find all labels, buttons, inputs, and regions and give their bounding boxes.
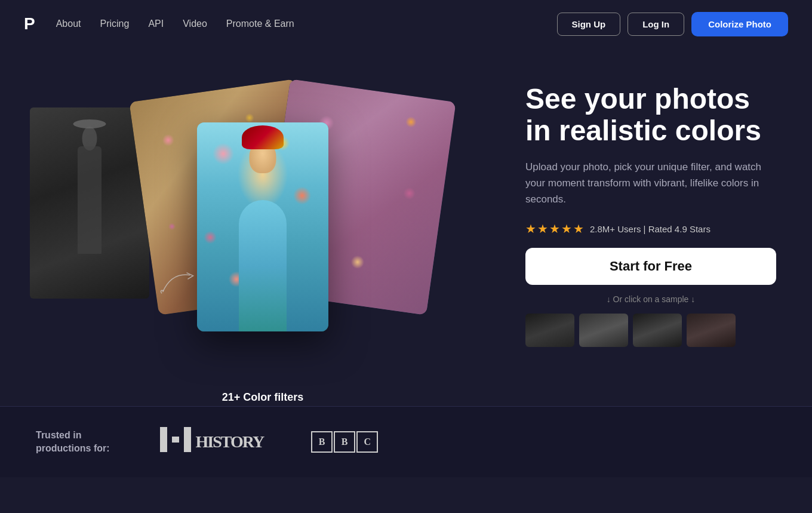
colorize-photo-button[interactable]: Colorize Photo <box>691 12 788 36</box>
svg-rect-2 <box>184 427 191 452</box>
nav-links: About Pricing API Video Promote & Earn <box>56 19 294 29</box>
photo-stack: 21+ Color filters <box>36 72 490 382</box>
trust-logos: HISTORY B B C <box>158 425 379 459</box>
hero-section: 21+ Color filters See your photosin real… <box>0 48 812 406</box>
navbar: P About Pricing API Video Promote & Earn… <box>0 0 812 48</box>
nav-link-pricing[interactable]: Pricing <box>100 19 130 29</box>
logo: P <box>24 14 35 33</box>
signup-button[interactable]: Sign Up <box>557 13 621 36</box>
trust-label: Trusted inproductions for: <box>36 429 110 456</box>
sample-thumb-2[interactable] <box>579 314 628 347</box>
sample-thumbnails <box>525 314 776 347</box>
sample-thumb-3[interactable] <box>633 314 682 347</box>
bbc-logo: B B C <box>311 431 378 453</box>
svg-rect-0 <box>160 427 167 452</box>
hero-title: See your photosin realistic colors <box>525 84 776 147</box>
nav-link-video[interactable]: Video <box>183 19 207 29</box>
hero-description: Upload your photo, pick your unique filt… <box>525 159 776 208</box>
rating-text: 2.8M+ Users | Rated 4.9 Stars <box>590 224 710 234</box>
sample-hint-text: ↓ Or click on a sample ↓ <box>525 294 776 304</box>
rating-row: ★★★★★ 2.8M+ Users | Rated 4.9 Stars <box>525 222 776 236</box>
nav-link-promote[interactable]: Promote & Earn <box>226 19 294 29</box>
nav-right: Sign Up Log In Colorize Photo <box>557 12 789 36</box>
nav-link-api[interactable]: API <box>148 19 164 29</box>
nav-item-pricing[interactable]: Pricing <box>100 19 130 29</box>
history-channel-text: HISTORY <box>196 432 264 451</box>
start-free-button[interactable]: Start for Free <box>525 248 776 285</box>
history-logo-text <box>158 425 193 459</box>
filter-count-label: 21+ Color filters <box>222 391 304 404</box>
sample-thumb-1[interactable] <box>525 314 574 347</box>
bbc-box-b2: B <box>334 431 355 453</box>
nav-item-video[interactable]: Video <box>183 19 207 29</box>
svg-rect-1 <box>172 437 179 443</box>
login-button[interactable]: Log In <box>628 13 684 36</box>
sample-thumb-4[interactable] <box>687 314 736 347</box>
nav-left: P About Pricing API Video Promote & Earn <box>24 14 294 33</box>
nav-link-about[interactable]: About <box>56 19 81 29</box>
trust-bar: Trusted inproductions for: HISTORY B B C <box>0 406 812 477</box>
hero-content: See your photosin realistic colors Uploa… <box>525 72 776 347</box>
bbc-box-b1: B <box>311 431 333 453</box>
nav-item-api[interactable]: API <box>148 19 164 29</box>
nav-item-about[interactable]: About <box>56 19 81 29</box>
star-icons: ★★★★★ <box>525 222 585 236</box>
bw-photo-left <box>30 107 149 299</box>
bw-photo-fill <box>30 107 149 299</box>
history-channel-logo: HISTORY <box>158 425 264 459</box>
bbc-box-c: C <box>356 431 378 453</box>
colorized-photo-main <box>197 122 328 331</box>
nav-item-promote[interactable]: Promote & Earn <box>226 19 294 29</box>
